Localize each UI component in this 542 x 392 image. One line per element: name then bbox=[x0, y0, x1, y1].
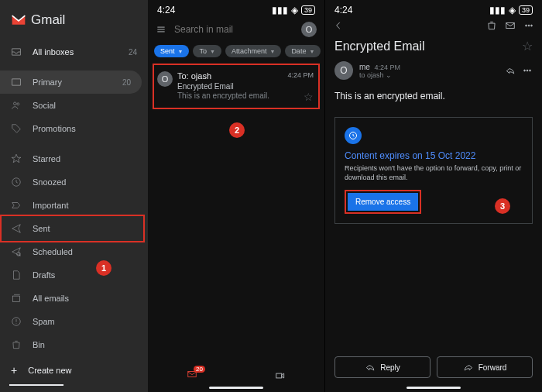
highlight: Remove access bbox=[345, 190, 421, 214]
sender-name: me bbox=[359, 63, 370, 71]
chip-date[interactable]: Date▼ bbox=[285, 45, 321, 57]
trash-icon[interactable] bbox=[486, 20, 497, 31]
svg-point-13 bbox=[531, 25, 533, 26]
detail-title-row: Encrypted Email ☆ bbox=[325, 34, 542, 61]
sidebar-item-social[interactable]: Social bbox=[0, 94, 148, 117]
email-preview: This is an encrypted email. bbox=[177, 91, 312, 100]
inbox-icon bbox=[11, 46, 22, 57]
meet-tab[interactable] bbox=[275, 370, 286, 381]
label: Scheduled bbox=[33, 247, 73, 256]
label: Social bbox=[33, 101, 56, 110]
sidebar-item-bin[interactable]: Bin bbox=[0, 333, 148, 356]
chip-attachment[interactable]: Attachment▼ bbox=[225, 45, 281, 57]
status-bar: 4:24 ▮▮▮ ◈ 39 bbox=[325, 0, 542, 17]
wifi-icon: ◈ bbox=[509, 5, 516, 15]
sidebar-item-promotions[interactable]: Promotions bbox=[0, 117, 148, 140]
people-icon bbox=[11, 100, 22, 111]
divider bbox=[9, 384, 63, 386]
gmail-logo: Gmail bbox=[0, 6, 148, 40]
email-list-item[interactable]: O To: ojash Encrypted Email This is an e… bbox=[153, 64, 320, 109]
sidebar-item-important[interactable]: Important bbox=[0, 194, 148, 217]
status-bar: 4:24 ▮▮▮ ◈ 39 bbox=[148, 0, 324, 17]
label: All emails bbox=[33, 294, 69, 303]
email-title: Encrypted Email bbox=[334, 40, 425, 53]
wifi-icon: ◈ bbox=[291, 5, 298, 15]
label: Reply bbox=[380, 363, 400, 372]
confid-text: Recipients won't have the option to forw… bbox=[345, 164, 523, 182]
trash-icon bbox=[11, 339, 22, 350]
svg-point-3 bbox=[17, 103, 19, 105]
star-icon[interactable]: ☆ bbox=[304, 91, 314, 103]
label: All inboxes bbox=[33, 47, 74, 57]
battery-icon: 39 bbox=[301, 5, 315, 15]
menu-icon[interactable] bbox=[156, 24, 166, 35]
svg-point-11 bbox=[526, 25, 527, 26]
forward-button[interactable]: Forward bbox=[437, 356, 533, 378]
sidebar-item-spam[interactable]: Spam bbox=[0, 310, 148, 333]
filter-chips: Sent▼ To▼ Attachment▼ Date▼ Is u bbox=[148, 45, 324, 64]
battery-icon: 39 bbox=[519, 5, 533, 15]
schedule-icon bbox=[11, 246, 22, 257]
chevron-down-icon[interactable]: ⌄ bbox=[386, 71, 392, 79]
annotation-2: 2 bbox=[229, 122, 245, 138]
sidebar-item-all-inboxes[interactable]: All inboxes 24 bbox=[0, 40, 148, 64]
svg-point-2 bbox=[14, 102, 17, 105]
reply-button[interactable]: Reply bbox=[334, 356, 431, 378]
svg-rect-9 bbox=[276, 373, 282, 378]
sidebar-item-primary[interactable]: Primary 20 bbox=[0, 70, 142, 94]
sidebar-item-drafts[interactable]: Drafts bbox=[0, 263, 148, 287]
sender-row: O me 4:24 PM to ojash ⌄ bbox=[325, 61, 542, 80]
search-bar: O bbox=[148, 17, 324, 45]
back-icon[interactable] bbox=[333, 20, 344, 31]
more-icon[interactable] bbox=[523, 20, 534, 31]
sender-to: to ojash bbox=[359, 71, 384, 79]
label: Promotions bbox=[33, 124, 76, 133]
sidebar: Gmail All inboxes 24 Primary 20 Social P… bbox=[0, 0, 148, 392]
search-input[interactable] bbox=[174, 24, 293, 35]
reply-icon bbox=[365, 362, 376, 373]
status-time: 4:24 bbox=[157, 5, 175, 15]
label: Important bbox=[33, 201, 68, 210]
svg-point-12 bbox=[528, 25, 530, 26]
sidebar-item-snoozed[interactable]: Snoozed bbox=[0, 170, 148, 194]
sidebar-item-scheduled[interactable]: Scheduled bbox=[0, 240, 148, 263]
confidential-panel: Content expires on 15 Oct 2022 Recipient… bbox=[334, 117, 533, 224]
send-icon bbox=[11, 223, 22, 234]
svg-rect-10 bbox=[506, 23, 515, 29]
avatar[interactable]: O bbox=[301, 22, 317, 37]
svg-point-15 bbox=[527, 70, 528, 71]
reply-icon[interactable] bbox=[505, 65, 516, 76]
sidebar-item-starred[interactable]: Starred bbox=[0, 147, 148, 170]
annotation-1: 1 bbox=[96, 260, 111, 276]
email-body: This is an encrypted email. bbox=[325, 80, 542, 112]
forward-icon bbox=[463, 362, 474, 373]
status-time: 4:24 bbox=[334, 5, 352, 15]
star-icon[interactable]: ☆ bbox=[522, 39, 533, 53]
mail-tab[interactable]: 20 bbox=[187, 369, 197, 383]
annotation-3: 3 bbox=[495, 198, 510, 214]
detail-toolbar bbox=[325, 17, 542, 34]
email-list-pane: 4:24 ▮▮▮ ◈ 39 O Sent▼ To▼ Attachment▼ Da… bbox=[148, 0, 325, 392]
label: Sent bbox=[33, 224, 50, 233]
sidebar-item-all-emails[interactable]: All emails bbox=[0, 287, 148, 310]
label: Primary bbox=[33, 77, 62, 87]
sidebar-item-sent[interactable]: Sent bbox=[0, 217, 148, 240]
spam-icon bbox=[11, 316, 22, 327]
more-icon[interactable] bbox=[522, 65, 533, 76]
chip-to[interactable]: To▼ bbox=[193, 45, 221, 57]
label: Bin bbox=[33, 340, 45, 349]
email-time: 4:24 PM bbox=[287, 71, 314, 79]
home-indicator bbox=[209, 387, 263, 389]
svg-point-14 bbox=[524, 70, 526, 71]
create-new-button[interactable]: + Create new bbox=[0, 356, 148, 384]
svg-rect-6 bbox=[12, 296, 19, 302]
label: Spam bbox=[33, 317, 55, 326]
tag-icon bbox=[11, 123, 22, 134]
clock-icon bbox=[11, 177, 22, 187]
logo-text: Gmail bbox=[31, 12, 65, 28]
chip-sent[interactable]: Sent▼ bbox=[154, 45, 189, 57]
label: Snoozed bbox=[33, 177, 66, 187]
mail-icon[interactable] bbox=[505, 20, 516, 31]
remove-access-button[interactable]: Remove access bbox=[348, 193, 418, 211]
confid-title: Content expires on 15 Oct 2022 bbox=[345, 150, 523, 161]
